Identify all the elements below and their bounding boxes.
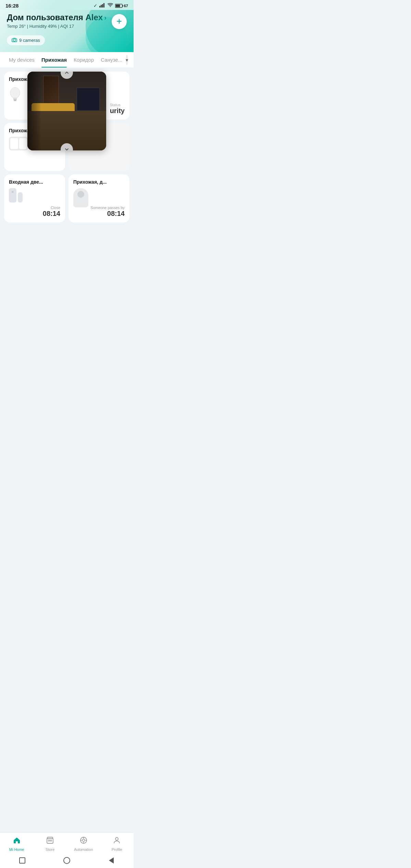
device-name-motion: Прихожая, д... [73, 179, 125, 185]
tabs-section: My devices Прихожая Коридор Санузе... ▾ [0, 52, 134, 68]
security-label: Status [110, 103, 125, 107]
header-section: Дом пользователя Alex › Temp 26° | Humid… [0, 10, 134, 52]
motion-status-time: 08:14 [90, 210, 125, 218]
svg-point-7 [13, 39, 16, 41]
sensor-piece-main [9, 188, 16, 203]
camera-view [27, 72, 106, 150]
svg-rect-11 [14, 100, 16, 101]
title-chevron: › [104, 14, 107, 22]
camera-curtain [27, 72, 41, 150]
door-status-time: 08:14 [43, 210, 60, 218]
signal-icon [99, 3, 105, 9]
device-name-door: Входная две... [9, 179, 60, 185]
svg-point-8 [10, 87, 20, 98]
sensor-piece-small [18, 192, 23, 203]
camera-tv [76, 87, 100, 111]
home-title[interactable]: Дом пользователя Alex › [7, 13, 107, 22]
cameras-count: 9 cameras [19, 38, 40, 43]
svg-rect-6 [115, 4, 120, 7]
weather-info: Temp 26° | Humidity 49% | AQI 17 [7, 24, 107, 29]
svg-rect-9 [13, 98, 17, 99]
door-sensor-icon [9, 188, 60, 203]
tab-koridor-label: Коридор [74, 57, 94, 63]
svg-rect-10 [13, 99, 17, 100]
content-spacer [0, 227, 134, 329]
tab-prikhozaya-label: Прихожая [41, 57, 67, 63]
door-status-label: Close [51, 206, 60, 210]
switch-btn-right [19, 138, 27, 149]
status-bar: 16:28 ✓ [0, 0, 134, 10]
camera-overlay[interactable] [27, 72, 106, 150]
motion-status: Someone passes by 08:14 [90, 206, 125, 218]
device-card-motion[interactable]: Прихожая, д... Someone passes by 08:14 [68, 174, 129, 222]
svg-rect-1 [101, 5, 102, 8]
switch-btn-left [10, 138, 18, 149]
tab-dropdown-button[interactable]: ▾ [126, 55, 128, 65]
wifi-icon [108, 3, 113, 8]
svg-rect-0 [99, 6, 100, 8]
tab-my-devices[interactable]: My devices [5, 52, 38, 68]
plus-icon: + [116, 16, 122, 26]
tab-sanuzel-label: Санузе... [101, 57, 122, 63]
svg-rect-2 [102, 4, 103, 8]
tab-sanuzel[interactable]: Санузе... [97, 52, 126, 68]
devices-section: Прихожая Mi Smart Sm... Status urity [0, 68, 134, 227]
page-wrapper: 16:28 ✓ [0, 0, 134, 367]
tab-prikhozaya[interactable]: Прихожая [38, 52, 70, 68]
home-title-text: Дом пользователя Alex [7, 13, 103, 22]
add-button[interactable]: + [112, 14, 127, 29]
battery-level: 67 [124, 4, 128, 8]
camera-icon [12, 37, 17, 43]
camera-room [27, 72, 106, 150]
motion-sensor-icon [73, 188, 125, 207]
cameras-badge[interactable]: 9 cameras [7, 35, 45, 45]
tab-my-devices-label: My devices [9, 57, 35, 63]
svg-rect-5 [122, 5, 123, 7]
battery-icon: 67 [115, 4, 128, 8]
svg-rect-3 [103, 3, 104, 8]
status-icons: ✓ [94, 3, 128, 9]
header-top: Дом пользователя Alex › Temp 26° | Humid… [7, 10, 127, 29]
security-value: urity [110, 107, 125, 115]
status-time: 16:28 [5, 3, 18, 9]
devices-grid: Прихожая Mi Smart Sm... Status urity [4, 72, 129, 222]
bluetooth-icon: ✓ [94, 3, 97, 8]
device-card-door[interactable]: Входная две... Close 08:14 [4, 174, 65, 222]
chevron-down-icon: ▾ [126, 57, 128, 63]
tab-koridor[interactable]: Коридор [70, 52, 97, 68]
motion-status-label: Someone passes by [90, 206, 125, 210]
security-overlay: Status urity [110, 103, 125, 115]
home-title-area: Дом пользователя Alex › Temp 26° | Humid… [7, 13, 107, 29]
door-status: Close 08:14 [43, 206, 60, 218]
